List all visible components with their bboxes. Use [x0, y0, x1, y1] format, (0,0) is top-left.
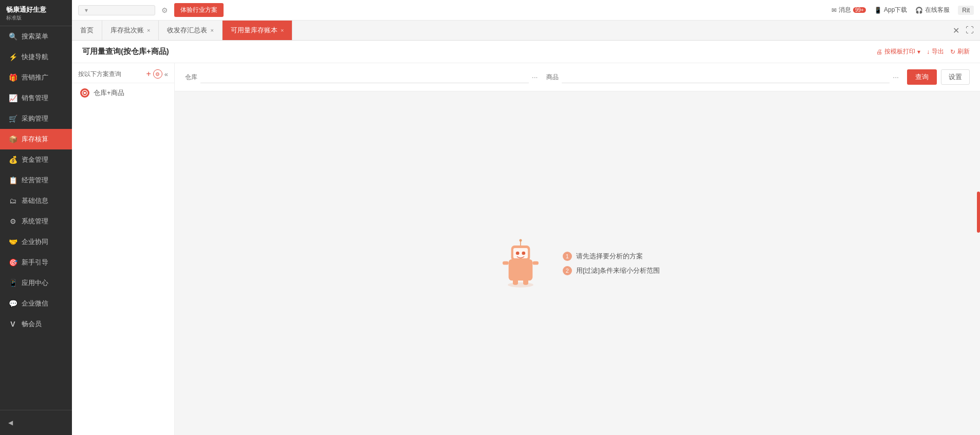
sidebar-item-appstore[interactable]: 📱 应用中心 [0, 273, 72, 293]
print-button[interactable]: 🖨 按模板打印 ▾ [876, 47, 920, 56]
goods-input[interactable] [562, 71, 890, 83]
tip-text-2: 用[过滤]条件来缩小分析范围 [576, 266, 660, 275]
page-actions: 🖨 按模板打印 ▾ ↓ 导出 ↻ 刷新 [876, 47, 970, 56]
online-service-label: 在线客服 [925, 6, 950, 14]
tab-home[interactable]: 首页 [72, 21, 102, 40]
svg-point-8 [519, 239, 522, 241]
scheme-item-warehouse-goods[interactable]: 仓库+商品 [72, 83, 174, 103]
svg-point-1 [508, 282, 533, 287]
sidebar-item-basic[interactable]: 🗂 基础信息 [0, 191, 72, 211]
sidebar-item-newbie-label: 新手引导 [22, 258, 48, 267]
sidebar-item-wechat-label: 企业微信 [22, 299, 48, 308]
topbar-search-box[interactable]: ▾ [78, 5, 155, 15]
message-button[interactable]: ✉ 消息 99+ [831, 6, 866, 14]
content-area: 按以下方案查询 + ⚙ « 仓库+商品 仓库 [72, 63, 980, 435]
tab-collect-ledger[interactable]: 收发存汇总表 × [159, 21, 222, 40]
sidebar-item-member[interactable]: V 畅会员 [0, 314, 72, 334]
sidebar-item-marketing-label: 营销推广 [22, 73, 48, 82]
industry-solution-button[interactable]: 体验行业方案 [174, 3, 224, 17]
scheme-settings-icon[interactable]: ⚙ [153, 69, 162, 79]
svg-rect-12 [523, 279, 528, 285]
topbar-left: ▾ ⚙ 体验行业方案 [78, 3, 827, 17]
add-scheme-icon[interactable]: + [146, 69, 151, 79]
empty-tips: 1 请先选择要分析的方案 2 用[过滤]条件来缩小分析范围 [563, 252, 660, 275]
user-avatar[interactable]: Rit [958, 6, 974, 15]
inventory-icon: 📦 [8, 135, 17, 143]
sidebar-item-sales[interactable]: 📈 销售管理 [0, 88, 72, 108]
svg-rect-4 [513, 248, 528, 258]
left-panel-title: 按以下方案查询 [78, 70, 121, 79]
warehouse-more-icon[interactable]: ··· [532, 73, 538, 81]
filter-actions: 查询 设置 [907, 69, 970, 85]
sidebar-item-newbie[interactable]: 🎯 新手引导 [0, 252, 72, 273]
tab-close-button[interactable]: ✕ [951, 25, 961, 36]
empty-robot-illustration [495, 238, 546, 289]
filter-settings-button[interactable]: 设置 [941, 69, 970, 85]
tip-number-2: 2 [563, 266, 572, 275]
sidebar-item-appstore-label: 应用中心 [22, 278, 48, 288]
app-name: 畅康通好生意 [6, 5, 66, 14]
tab-collect-ledger-close[interactable]: × [210, 27, 213, 33]
main-content: ▾ ⚙ 体验行业方案 ✉ 消息 99+ 📱 App下载 🎧 在线客服 Rit [72, 0, 980, 435]
topbar: ▾ ⚙ 体验行业方案 ✉ 消息 99+ 📱 App下载 🎧 在线客服 Rit [72, 0, 980, 21]
tab-available-ledger[interactable]: 可用量库存账本 × [223, 21, 292, 40]
sidebar-item-wechat[interactable]: 💬 企业微信 [0, 293, 72, 314]
svg-point-6 [522, 251, 525, 255]
chevron-down-icon: ▾ [85, 7, 88, 14]
tip-text-1: 请先选择要分析的方案 [576, 252, 643, 261]
refresh-label: 刷新 [957, 47, 970, 56]
tab-collect-ledger-label: 收发存汇总表 [167, 26, 207, 35]
chart-icon: 📈 [8, 94, 17, 102]
tab-batch-ledger-close[interactable]: × [147, 27, 150, 33]
sidebar-item-member-label: 畅会员 [22, 319, 42, 329]
phone-icon: 📱 [874, 7, 882, 14]
query-button[interactable]: 查询 [907, 69, 937, 85]
sidebar-item-enterprise[interactable]: 🤝 企业协同 [0, 232, 72, 252]
page-title: 可用量查询(按仓库+商品) [82, 47, 169, 56]
print-chevron-icon: ▾ [917, 48, 920, 55]
sidebar-item-search-label: 搜索菜单 [22, 32, 48, 41]
tab-expand-button[interactable]: ⛶ [964, 25, 976, 36]
chat-icon: 💬 [8, 299, 17, 308]
svg-rect-11 [513, 279, 518, 285]
sidebar-item-operations[interactable]: 📋 经营管理 [0, 170, 72, 191]
svg-point-5 [516, 251, 520, 255]
export-button[interactable]: ↓ 导出 [927, 47, 944, 56]
collapse-arrow-icon[interactable]: « [164, 70, 168, 78]
sidebar-item-sales-label: 销售管理 [22, 93, 48, 103]
settings-icon[interactable]: ⚙ [159, 4, 170, 16]
tab-batch-ledger[interactable]: 库存批次账 × [102, 21, 159, 40]
vip-icon: V [8, 320, 17, 328]
tab-available-ledger-close[interactable]: × [281, 27, 284, 33]
online-service-button[interactable]: 🎧 在线客服 [915, 6, 950, 14]
tabs-bar: 首页 库存批次账 × 收发存汇总表 × 可用量库存账本 × ✕ ⛶ [72, 21, 980, 41]
right-main: 仓库 ··· 商品 ··· 查询 设置 [175, 63, 980, 435]
warehouse-input[interactable] [200, 71, 529, 83]
warehouse-label: 仓库 [185, 73, 197, 82]
sidebar-item-search[interactable]: 🔍 搜索菜单 [0, 26, 72, 47]
app-version: 标准版 [6, 14, 66, 22]
refresh-button[interactable]: ↻ 刷新 [950, 47, 970, 56]
sidebar-collapse[interactable]: ◀ [0, 414, 72, 431]
sidebar-item-marketing[interactable]: 🎁 营销推广 [0, 67, 72, 88]
svg-rect-10 [532, 261, 539, 264]
money-icon: 💰 [8, 156, 17, 164]
scheme-item-icon [80, 88, 89, 98]
empty-state-inner: 1 请先选择要分析的方案 2 用[过滤]条件来缩小分析范围 [495, 238, 660, 289]
sidebar-item-basic-label: 基础信息 [22, 196, 48, 205]
right-scrollbar[interactable] [977, 192, 980, 233]
goods-more-icon[interactable]: ··· [893, 73, 899, 81]
search-icon: 🔍 [8, 32, 17, 41]
handshake-icon: 🤝 [8, 238, 17, 246]
svg-rect-9 [503, 261, 509, 264]
sidebar-item-inventory[interactable]: 📦 库存核算 [0, 129, 72, 149]
sidebar-item-purchase[interactable]: 🛒 采购管理 [0, 108, 72, 129]
sidebar-item-system[interactable]: ⚙ 系统管理 [0, 211, 72, 232]
sidebar-item-finance[interactable]: 💰 资金管理 [0, 149, 72, 170]
svg-rect-2 [509, 259, 533, 280]
tab-batch-ledger-label: 库存批次账 [110, 26, 144, 35]
sidebar-item-quicknav[interactable]: ⚡ 快捷导航 [0, 47, 72, 67]
message-badge: 99+ [853, 7, 866, 13]
collapse-icon: ◀ [8, 419, 13, 426]
app-download-button[interactable]: 📱 App下载 [874, 6, 907, 14]
